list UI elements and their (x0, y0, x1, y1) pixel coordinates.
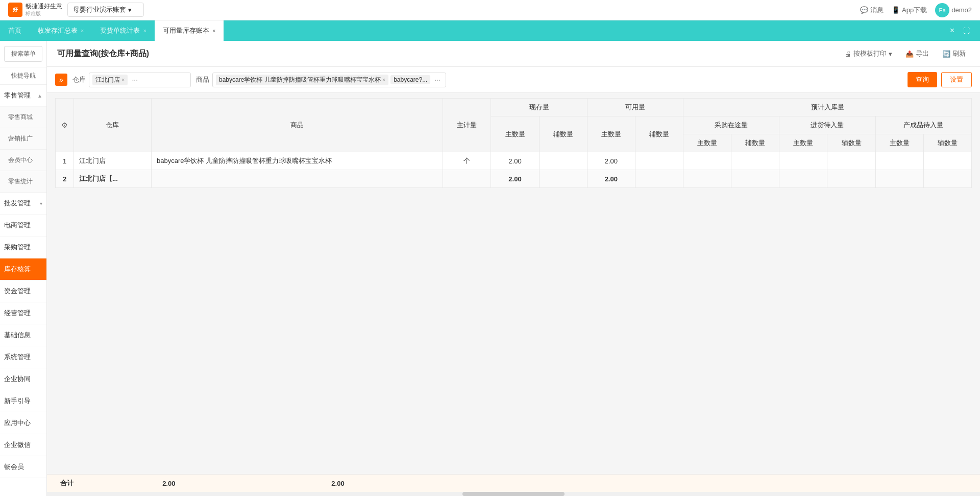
sidebar-item-marketing[interactable]: 营销推广 (0, 128, 46, 150)
footer-ip-main (634, 480, 719, 487)
sidebar-sub-retail: 零售商城 营销推广 会员中心 零售统计 (0, 107, 46, 193)
org-selector[interactable]: 母婴行业演示账套 ▾ (67, 3, 144, 17)
tab-order-stats-close[interactable]: × (143, 28, 146, 34)
gear-icon[interactable]: ⚙ (61, 121, 68, 129)
print-chevron-icon: ▾ (889, 50, 892, 58)
query-button[interactable]: 查询 (908, 72, 937, 87)
th-current-stock: 现存量 (491, 99, 587, 116)
tab-receive-send-label: 收发存汇总表 (38, 26, 78, 35)
message-action[interactable]: 💬 消息 (860, 6, 884, 15)
row-available-sub-2 (635, 170, 683, 188)
th-product: 商品 (151, 99, 443, 152)
template-print-label: 按模板打印 (853, 49, 887, 58)
footer-ip-sub (718, 480, 803, 487)
tab-receive-send[interactable]: 收发存汇总表 × (30, 20, 92, 41)
footer-available-sub (380, 480, 465, 487)
tab-receive-send-close[interactable]: × (81, 28, 84, 34)
th-settings: ⚙ (56, 99, 74, 152)
sidebar-item-purchase[interactable]: 采购管理 (0, 237, 46, 258)
refresh-btn[interactable]: 🔄 刷新 (938, 47, 970, 60)
sidebar-item-ecommerce[interactable]: 电商管理 (0, 215, 46, 237)
filter-expand-button[interactable]: » (55, 74, 67, 86)
sidebar-item-operations-label: 经营管理 (4, 309, 31, 318)
row-warehouse-2: 江北门店【... (74, 170, 152, 188)
sidebar-item-retail-stats[interactable]: 零售统计 (0, 171, 46, 193)
table-scroll-bar[interactable] (47, 492, 980, 496)
content-area: 可用量查询(按仓库+商品) 🖨 按模板打印 ▾ 📤 导出 🔄 刷新 » (47, 41, 980, 496)
footer-pp-main (803, 480, 888, 487)
setting-button[interactable]: 设置 (941, 72, 972, 87)
sidebar-item-finance[interactable]: 资金管理 (0, 280, 46, 302)
warehouse-tag-close[interactable]: × (121, 77, 125, 83)
sidebar-item-wholesale-mgmt[interactable]: 批发管理 ▾ (0, 193, 46, 215)
warehouse-tags[interactable]: 江北门店 × ··· (89, 73, 191, 87)
warehouse-more-dots[interactable]: ··· (130, 76, 140, 84)
th-available: 可用量 (587, 99, 683, 116)
th-ip-main: 主数量 (779, 134, 827, 152)
sidebar: 搜索菜单 快捷导航 零售管理 ▲ 零售商城 营销推广 会员中心 零售统计 批发管… (0, 41, 47, 496)
sidebar-item-wholesale-mgmt-label: 批发管理 (4, 199, 31, 208)
app-download-action[interactable]: 📱 App下载 (892, 6, 927, 15)
tab-home-label: 首页 (8, 26, 21, 35)
logo-text-block: 畅捷通好生意 标准版 (26, 3, 62, 17)
user-initial: Ea (939, 7, 946, 13)
search-menu-button[interactable]: 搜索菜单 (4, 46, 42, 62)
product-filter: 商品 babycare学饮杯 儿童防摔防撞吸管杯重力球吸嘴杯宝宝水杯 × bab… (196, 73, 446, 87)
sidebar-item-enterprise-collab[interactable]: 企业协同 (0, 368, 46, 390)
sidebar-item-enterprise-wechat[interactable]: 企业微信 (0, 434, 46, 456)
tab-order-stats[interactable]: 要货单统计表 × (92, 20, 154, 41)
export-label: 导出 (916, 49, 929, 58)
row-unit-2 (443, 170, 491, 188)
top-bar-left: 好 畅捷通好生意 标准版 母婴行业演示账套 ▾ (8, 3, 144, 17)
warehouse-tag-text: 江北门店 (95, 76, 120, 84)
sidebar-item-membership[interactable]: 畅会员 (0, 456, 46, 478)
nav-expand[interactable]: ⛶ (958, 20, 975, 41)
th-incoming-pending: 进货待入量 (779, 116, 875, 134)
product-more-dots[interactable]: ··· (432, 76, 443, 84)
sidebar-item-retail-store[interactable]: 零售商城 (0, 107, 46, 128)
user-area[interactable]: Ea demo2 (935, 3, 972, 17)
product-tags[interactable]: babycare学饮杯 儿童防摔防撞吸管杯重力球吸嘴杯宝宝水杯 × babyca… (212, 73, 446, 87)
sidebar-item-retail-mgmt-label: 零售管理 (4, 91, 31, 100)
row-current-sub-1 (539, 152, 587, 170)
sidebar-item-app-center[interactable]: 应用中心 (0, 412, 46, 434)
nav-tabs: 首页 收发存汇总表 × 要货单统计表 × 可用量库存账本 × × ⛶ (0, 20, 980, 41)
row-pt-main-2 (683, 170, 731, 188)
quick-nav-button[interactable]: 快捷导航 (0, 67, 46, 85)
sidebar-item-marketing-label: 营销推广 (8, 134, 33, 143)
close-all-tabs[interactable]: × (945, 20, 960, 41)
product-tag-0-close[interactable]: × (382, 77, 385, 83)
tab-home[interactable]: 首页 (0, 20, 30, 41)
th-pp-main: 主数量 (875, 134, 923, 152)
tab-available-stock[interactable]: 可用量库存账本 × (155, 20, 224, 41)
sidebar-item-finance-label: 资金管理 (4, 287, 31, 296)
row-available-main-2: 2.00 (587, 170, 635, 188)
row-index-2: 2 (56, 170, 74, 188)
sidebar-item-operations[interactable]: 经营管理 (0, 302, 46, 324)
tab-available-stock-close[interactable]: × (212, 28, 215, 34)
sidebar-item-retail-mgmt[interactable]: 零售管理 ▲ (0, 85, 46, 107)
sidebar-item-member-center-label: 会员中心 (8, 156, 33, 164)
product-tag-0: babycare学饮杯 儿童防摔防撞吸管杯重力球吸嘴杯宝宝水杯 × (216, 75, 388, 85)
message-label: 消息 (870, 6, 884, 15)
logo-icon: 好 (8, 3, 22, 17)
filter-actions: 查询 设置 (908, 72, 972, 87)
sidebar-item-new-guide[interactable]: 新手引导 (0, 390, 46, 412)
row-pt-main-1 (683, 152, 731, 170)
top-bar: 好 畅捷通好生意 标准版 母婴行业演示账套 ▾ 💬 消息 📱 App下载 Ea … (0, 0, 980, 20)
table-scroll-bar-thumb[interactable] (462, 492, 565, 496)
row-pp-main-2 (875, 170, 923, 188)
th-current-sub: 辅数量 (539, 116, 587, 152)
sidebar-item-inventory-check[interactable]: 库存核算 (0, 258, 46, 280)
template-print-btn[interactable]: 🖨 按模板打印 ▾ (841, 47, 896, 60)
th-production-pending: 产成品待入量 (875, 116, 971, 134)
sidebar-item-basic-info[interactable]: 基础信息 (0, 324, 46, 346)
th-warehouse: 仓库 (74, 99, 152, 152)
footer-total-label: 合计 (55, 479, 127, 488)
th-forecast-incoming: 预计入库量 (683, 99, 972, 116)
table-row-group: 2 江北门店【... 2.00 2.00 (56, 170, 972, 188)
sidebar-item-enterprise-wechat-label: 企业微信 (4, 440, 31, 450)
sidebar-item-system[interactable]: 系统管理 (0, 346, 46, 368)
export-btn[interactable]: 📤 导出 (901, 47, 933, 60)
sidebar-item-member-center[interactable]: 会员中心 (0, 150, 46, 171)
